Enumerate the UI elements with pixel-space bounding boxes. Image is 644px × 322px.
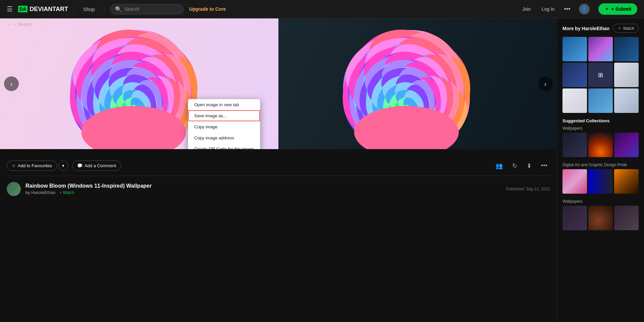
submit-button[interactable]: ＋ + Submit [598,3,637,15]
watch-label: Watch [623,26,634,31]
more-by-header: More by HaroleEthan ＋ Watch [562,24,639,33]
context-menu: Open image in new tab Save image as... C… [188,99,260,149]
nav-divider-1 [73,5,74,13]
thumb-9[interactable] [614,88,639,113]
suggested-collections-title: Suggested Collections [562,118,639,123]
upgrade-button[interactable]: Upgrade to Core [189,6,226,12]
refresh-button[interactable]: ↻ [509,161,520,171]
join-button[interactable]: Join [522,6,531,12]
hamburger-menu[interactable]: ☰ [7,5,13,13]
wall2-thumb-1[interactable] [562,206,587,230]
ctx-save-image[interactable]: Save image as... [188,110,260,121]
back-arrow-icon: ← [7,22,11,27]
thumb-4[interactable] [562,63,587,87]
thumb-3[interactable] [614,37,639,61]
more-options-button[interactable]: ••• [564,6,571,13]
artwork-author: by HaroleEthan + Watch [25,190,501,195]
plus-icon: ＋ [618,25,622,31]
artwork-title-block: Rainbow Bloom (Windows 11-Inspired) Wall… [25,183,501,195]
content-area: ← ← Search ‹ › Open image in new tab Sav… [0,18,557,322]
navbar: ☰ DA DEVIANTART Shop 🔍 Upgrade to Core J… [0,0,644,18]
search-icon: 🔍 [115,6,122,12]
download-button[interactable]: ⬇ [524,161,534,171]
comment-icon: 💬 [77,163,83,168]
wall2-thumb-2[interactable] [588,206,613,230]
chevron-down-icon: ▾ [62,163,64,168]
user-avatar[interactable]: 👤 [579,4,590,14]
shop-link[interactable]: Shop [79,6,99,12]
submit-icon: ＋ [604,6,609,12]
more-by-grid: ⊞ [562,37,639,113]
main-layout: ← ← Search ‹ › Open image in new tab Sav… [0,18,644,322]
wall-thumb-1[interactable] [562,133,587,157]
logo-text: DEVIANTART [30,6,68,13]
wallpapers-label: Wallpapers [562,126,639,131]
published-date: Published: Sep 11, 2021 [506,187,550,191]
avatar-icon: 👤 [581,5,588,13]
author-link[interactable]: HaroleEthan [31,190,55,195]
action-bar: ☆ Add to Favourites ▾ 💬 Add a Comment 👥 … [7,156,550,176]
digital-art-label: Digital Art and Graphic Design Pride [562,163,639,167]
login-button[interactable]: Log In [542,6,555,12]
share-button[interactable]: 👥 [493,161,505,171]
ctx-copy-address[interactable]: Copy image address [188,132,260,143]
digital-art-grid [562,169,639,194]
prev-button[interactable]: ‹ [4,76,19,91]
digital-thumb-3[interactable] [614,169,639,194]
ctx-create-qr[interactable]: Create QR Code for this image [188,143,260,149]
thumb-2[interactable] [588,37,613,61]
thumb-8[interactable] [588,88,613,113]
sidebar-watch-button[interactable]: ＋ Watch [613,24,639,33]
logo-icon: DA [18,6,28,12]
fav-dropdown-button[interactable]: ▾ [58,160,68,171]
thumb-7[interactable] [562,88,587,113]
back-link[interactable]: ← ← Search [7,22,32,27]
wall-thumb-3[interactable] [614,133,639,157]
wall-thumb-2[interactable] [588,133,613,157]
more-button[interactable]: ••• [538,161,550,171]
thumb-6[interactable] [614,63,639,87]
artwork-title: Rainbow Bloom (Windows 11-Inspired) Wall… [25,183,501,189]
search-bar[interactable]: 🔍 [110,4,184,14]
artwork-info: Rainbow Bloom (Windows 11-Inspired) Wall… [7,176,550,202]
author-watch-button[interactable]: + Watch [59,190,74,195]
thumb-5[interactable]: ⊞ [588,63,613,87]
below-image: ☆ Add to Favourites ▾ 💬 Add a Comment 👥 … [0,149,557,202]
site-logo[interactable]: DA DEVIANTART [18,6,68,13]
right-sidebar: More by HaroleEthan ＋ Watch ⊞ Suggested … [557,18,644,322]
wall2-thumb-3[interactable] [614,206,639,230]
wallpapers-grid [562,133,639,157]
nav-divider-2 [104,5,105,13]
thumb-1[interactable] [562,37,587,61]
image-viewer: ‹ › Open image in new tab Save image as.… [0,18,557,149]
search-input[interactable] [124,6,178,12]
author-avatar[interactable] [7,182,21,196]
ctx-open-new-tab[interactable]: Open image in new tab [188,99,260,110]
artwork-canvas [0,18,557,149]
avatar-image [7,182,21,196]
digital-thumb-2[interactable] [588,169,613,194]
wallpapers2-grid [562,206,639,230]
next-button[interactable]: › [538,76,553,91]
add-to-favourites-button[interactable]: ☆ Add to Favourites [7,160,57,171]
more-by-title: More by HaroleEthan [562,26,609,31]
wallpapers2-label: Wallpapers [562,199,639,204]
add-comment-button[interactable]: 💬 Add a Comment [72,160,121,171]
star-icon: ☆ [12,163,16,168]
digital-thumb-1[interactable] [562,169,587,194]
ctx-copy-image[interactable]: Copy image [188,121,260,132]
